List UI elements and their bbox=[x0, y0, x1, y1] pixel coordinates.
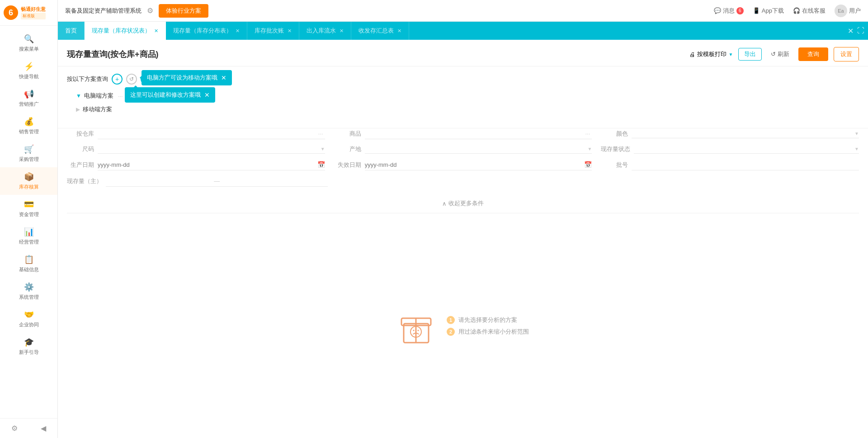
filter-field-warehouse: 按仓库 ··· bbox=[67, 128, 325, 139]
edit-tooltip-close[interactable]: ✕ bbox=[204, 91, 210, 99]
prod-date-input-wrap: 📅 bbox=[98, 159, 325, 170]
size-label: 尺码 bbox=[67, 145, 94, 153]
tab-close-all-icon[interactable]: ✕ bbox=[848, 27, 854, 35]
svg-point-4 bbox=[413, 330, 415, 331]
reset-button[interactable]: 设置 bbox=[834, 47, 859, 61]
tab-close-stock-status[interactable]: ✕ bbox=[154, 28, 158, 34]
sidebar-item-sales[interactable]: 💰 销售管理 bbox=[0, 112, 57, 140]
cart-icon: 🛒 bbox=[24, 144, 34, 154]
color-dropdown[interactable]: ▼ bbox=[632, 129, 859, 138]
sidebar-footer: ⚙ ◀ bbox=[0, 418, 57, 438]
stock-qty-max-input[interactable] bbox=[223, 176, 328, 186]
step-1-number: 1 bbox=[447, 316, 455, 324]
page-title: 现存量查询(按仓库+商品) bbox=[67, 49, 159, 60]
online-support-button[interactable]: 🎧 在线客服 bbox=[793, 7, 826, 15]
tab-close-in-out-flow[interactable]: ✕ bbox=[340, 28, 344, 34]
refresh-button[interactable]: ↺ 刷新 bbox=[767, 48, 793, 60]
search-button[interactable]: 查询 bbox=[798, 47, 828, 61]
app-download-button[interactable]: 📱 App下载 bbox=[753, 7, 784, 15]
warehouse-more-icon[interactable]: ··· bbox=[316, 130, 325, 137]
megaphone-icon: 📢 bbox=[24, 89, 34, 99]
filter-row-2: 尺码 ▼ 产地 ▼ bbox=[67, 145, 859, 154]
tab-batch-ledger[interactable]: 库存批次账 ✕ bbox=[247, 22, 299, 40]
logo-text: 畅通好生意 标准版 bbox=[21, 6, 46, 19]
sidebar-item-search[interactable]: 🔍 搜索菜单 bbox=[0, 29, 57, 57]
stock-status-dropdown[interactable]: ▼ bbox=[634, 145, 859, 154]
tab-fullscreen-icon[interactable]: ⛶ bbox=[857, 27, 864, 35]
more-options-icon[interactable]: ··· bbox=[118, 93, 123, 99]
sidebar-item-quicknav[interactable]: ⚡ 快捷导航 bbox=[0, 57, 57, 85]
tab-stock-status[interactable]: 现存量（库存状况表） ✕ bbox=[85, 22, 166, 40]
tab-in-out-flow[interactable]: 出入库流水 ✕ bbox=[299, 22, 351, 40]
expire-date-input[interactable] bbox=[365, 161, 585, 168]
clipboard-icon: 📋 bbox=[24, 254, 34, 264]
sidebar-item-inventory[interactable]: 📦 库存核算 bbox=[0, 167, 57, 195]
tab-close-stock-dist[interactable]: ✕ bbox=[236, 28, 240, 34]
filter-field-stock-qty: 现存量（主） — bbox=[67, 176, 328, 187]
batch-no-input[interactable] bbox=[632, 160, 859, 170]
notifications-button[interactable]: 💬 消息 6 bbox=[714, 7, 744, 15]
arrow-down-icon: ▼ bbox=[76, 93, 81, 99]
header-left: 装备及固定资产辅助管理系统 ⚙ 体验行业方案 bbox=[65, 4, 208, 18]
sidebar-item-system[interactable]: ⚙️ 系统管理 bbox=[0, 278, 57, 305]
filter-field-prod-date: 生产日期 📅 bbox=[67, 159, 325, 170]
chart-icon: 📊 bbox=[24, 227, 34, 237]
handshake-icon: 🤝 bbox=[24, 310, 34, 320]
stock-qty-min-input[interactable] bbox=[106, 176, 210, 186]
tab-receive-summary[interactable]: 收发存汇总表 ✕ bbox=[351, 22, 409, 40]
schema-tooltip: 电脑方案可设为移动方案哦 ✕ bbox=[142, 70, 232, 85]
collapse-filter-button[interactable]: ∧ 收起更多条件 bbox=[442, 199, 484, 207]
calendar-icon-prod[interactable]: 📅 bbox=[317, 161, 325, 168]
calendar-icon-expire[interactable]: 📅 bbox=[584, 161, 592, 168]
arrow-right-icon: ▶ bbox=[76, 106, 80, 113]
color-label: 颜色 bbox=[601, 130, 628, 138]
tab-close-receive-summary[interactable]: ✕ bbox=[397, 28, 401, 34]
filter-field-batch-no: 批号 bbox=[601, 159, 859, 170]
expire-date-input-wrap: 📅 bbox=[365, 159, 592, 170]
page-header: 现存量查询(按仓库+商品) 🖨 按模板打印 ▼ 导出 ↺ 刷新 查询 设置 bbox=[58, 40, 868, 66]
phone-icon: 📱 bbox=[753, 7, 760, 14]
header-settings-icon[interactable]: ⚙ bbox=[147, 6, 153, 15]
filter-area: 电脑方案可设为移动方案哦 ✕ 这里可以创建和修改方案哦 ✕ 按以下方案查询 + … bbox=[58, 66, 868, 128]
prod-date-input[interactable] bbox=[98, 161, 317, 168]
size-dropdown-arrow: ▼ bbox=[321, 146, 325, 151]
goods-more-icon[interactable]: ··· bbox=[583, 130, 592, 137]
scheme-group-mobile-header[interactable]: ▶ 移动端方案 bbox=[76, 104, 850, 115]
sidebar-item-basic[interactable]: 📋 基础信息 bbox=[0, 250, 57, 278]
tab-close-batch-ledger[interactable]: ✕ bbox=[288, 28, 292, 34]
tab-home[interactable]: 首页 bbox=[58, 22, 85, 40]
industry-plan-button[interactable]: 体验行业方案 bbox=[159, 4, 208, 18]
sidebar-item-enterprise[interactable]: 🤝 企业协同 bbox=[0, 305, 57, 333]
add-scheme-button[interactable]: + bbox=[112, 74, 123, 85]
refresh-icon: ↺ bbox=[771, 51, 776, 57]
settings-footer-button[interactable]: ⚙ bbox=[11, 424, 18, 433]
empty-text: 1 请先选择要分析的方案 2 用过滤条件来缩小分析范围 bbox=[447, 316, 529, 336]
sidebar-item-operations[interactable]: 📊 经营管理 bbox=[0, 222, 57, 250]
goods-dropdown[interactable]: ··· bbox=[365, 128, 592, 139]
notification-count: 6 bbox=[736, 7, 744, 14]
step-2-number: 2 bbox=[447, 328, 455, 336]
sidebar-item-marketing[interactable]: 📢 营销推广 bbox=[0, 85, 57, 112]
graduate-icon: 🎓 bbox=[24, 337, 34, 347]
user-profile-button[interactable]: Ea 用户 bbox=[835, 5, 861, 17]
search-icon: 🔍 bbox=[24, 34, 34, 44]
schema-tooltip-close[interactable]: ✕ bbox=[221, 74, 226, 81]
export-button[interactable]: 导出 bbox=[738, 48, 762, 61]
sidebar-item-purchase[interactable]: 🛒 采购管理 bbox=[0, 140, 57, 167]
sidebar-item-finance[interactable]: 💳 资金管理 bbox=[0, 195, 57, 222]
sidebar-nav: 🔍 搜索菜单 ⚡ 快捷导航 📢 营销推广 💰 销售管理 🛒 采购管理 📦 库存核… bbox=[0, 26, 57, 418]
print-template-dropdown[interactable]: 🖨 按模板打印 ▼ bbox=[689, 50, 733, 58]
collapse-sidebar-button[interactable]: ◀ bbox=[41, 424, 46, 433]
range-separator: — bbox=[214, 178, 220, 184]
refresh-scheme-button[interactable]: ↺ bbox=[126, 74, 137, 85]
print-dropdown-arrow: ▼ bbox=[728, 52, 733, 57]
finance-icon: 💳 bbox=[24, 199, 34, 209]
app-logo: 6 畅通好生意 标准版 bbox=[0, 0, 57, 26]
filter-row-3: 生产日期 📅 失效日期 📅 批号 bbox=[67, 159, 859, 170]
warehouse-dropdown[interactable]: ··· bbox=[98, 128, 325, 139]
origin-dropdown[interactable]: ▼ bbox=[365, 145, 592, 154]
sidebar-item-guide[interactable]: 🎓 新手引导 bbox=[0, 333, 57, 360]
filter-field-origin: 产地 ▼ bbox=[334, 145, 592, 154]
tab-stock-dist[interactable]: 现存量（库存分布表） ✕ bbox=[166, 22, 247, 40]
size-dropdown[interactable]: ▼ bbox=[98, 145, 325, 154]
